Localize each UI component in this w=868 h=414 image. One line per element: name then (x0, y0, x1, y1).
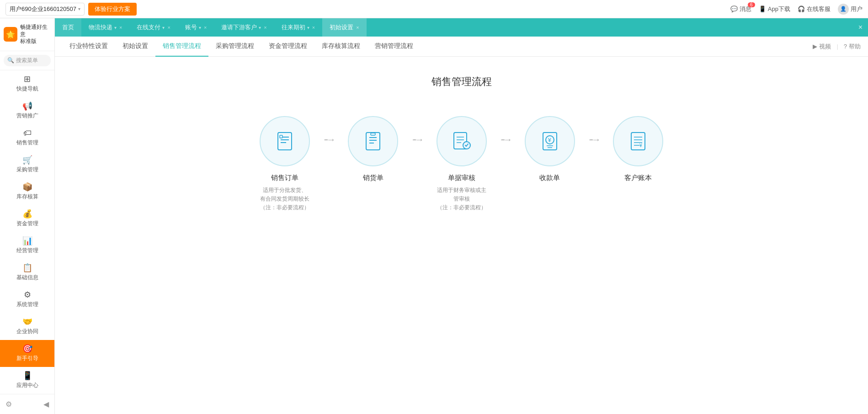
sub-tab-label: 采购管理流程 (216, 42, 254, 50)
flow-circle-receipt: ¥ (525, 116, 575, 166)
sub-tab-marketing-flow[interactable]: 营销管理流程 (367, 37, 421, 57)
settings-bottom-icon[interactable]: ⚙ (4, 398, 14, 410)
delivery-note-icon (362, 130, 384, 153)
nav-tab-beginning-period[interactable]: 往来期初 ▾ × (274, 18, 322, 37)
sidebar-item-quick-nav[interactable]: ⊞ 快捷导航 (0, 70, 54, 97)
chevron-down-icon: ▾ (78, 6, 80, 11)
nav-close-all-button[interactable]: × (853, 23, 868, 32)
online-service-label: 在线客服 (807, 5, 831, 13)
sidebar-item-sales[interactable]: 🏷 销售管理 (0, 124, 54, 151)
flow-step-sales-order[interactable]: 销售订单 适用于分批发货、有合同发货周期较长（注：非必要流程） (244, 116, 326, 212)
sub-tab-capital-flow[interactable]: 资金管理流程 (261, 37, 314, 57)
nav-tab-close-icon[interactable]: × (167, 25, 170, 30)
logo-text: 畅捷通好生意 标准版 (20, 24, 51, 45)
sidebar-item-label: 库存核算 (16, 193, 38, 201)
sales-order-icon (273, 130, 296, 153)
search-icon: 🔍 (7, 57, 14, 64)
flow-circle-document-audit (437, 116, 487, 166)
logo-line1: 畅捷通好生意 (20, 24, 51, 38)
purchase-icon: 🛒 (22, 156, 32, 164)
notifications-button[interactable]: 💬 消息 6 (730, 5, 751, 13)
nav-tab-home[interactable]: 首页 (55, 18, 81, 37)
app-download-label: App下载 (768, 5, 790, 13)
nav-tab-beginning-period-label: 往来期初 (282, 23, 305, 32)
nav-tab-close-icon[interactable]: × (312, 25, 315, 30)
user-selector[interactable]: 用户690企业1660120507 ▾ (5, 3, 85, 16)
sidebar-item-system[interactable]: ⚙ 系统管理 (0, 286, 54, 313)
sidebar-item-basic-info[interactable]: 📋 基础信息 (0, 259, 54, 286)
cooperation-icon: 🤝 (22, 318, 32, 326)
nav-tab-invite-customer-label: 邀请下游客户 (221, 23, 257, 32)
online-service-button[interactable]: 🎧 在线客服 (798, 5, 831, 13)
sidebar-item-label: 资金管理 (16, 220, 38, 228)
sidebar-search-button[interactable]: 🔍 搜索菜单 (4, 55, 51, 66)
notification-icon: 💬 (730, 5, 738, 12)
nav-tab-logistics-label: 物流快递 (89, 23, 112, 32)
nav-tab-initial-settings-label: 初始设置 (330, 23, 353, 32)
sidebar-search-area: 🔍 搜索菜单 (0, 51, 54, 70)
sidebar-item-app-center[interactable]: 📱 应用中心 (0, 367, 54, 394)
receipt-icon: ¥ (538, 130, 561, 153)
sidebar-item-operations[interactable]: 📊 经营管理 (0, 232, 54, 259)
video-help-button[interactable]: ▶ 视频 (813, 42, 831, 51)
sidebar-item-label: 系统管理 (16, 301, 38, 308)
trial-button[interactable]: 体验行业方案 (88, 3, 137, 16)
sidebar-item-new-guide[interactable]: 🎯 新手引导 (0, 340, 54, 367)
nav-tab-arrow: ▾ (114, 25, 117, 30)
sub-tab-industry-settings[interactable]: 行业特性设置 (62, 37, 115, 57)
nav-tab-account-label: 账号 (185, 23, 197, 32)
sidebar-item-purchase[interactable]: 🛒 采购管理 (0, 151, 54, 178)
sub-tab-initial-setup[interactable]: 初始设置 (115, 37, 155, 57)
divider: | (836, 43, 838, 50)
nav-tab-initial-settings[interactable]: 初始设置 × (322, 18, 366, 37)
flow-label-sales-order: 销售订单 (271, 174, 298, 182)
sidebar-item-finance[interactable]: 💰 资金管理 (0, 205, 54, 232)
sidebar-item-inventory[interactable]: 📦 库存核算 (0, 178, 54, 205)
nav-tab-arrow: ▾ (307, 25, 309, 30)
nav-tab-close-icon[interactable]: × (264, 25, 266, 30)
nav-tab-arrow: ▾ (162, 25, 165, 30)
sidebar-item-marketing[interactable]: 📢 营销推广 (0, 97, 54, 124)
nav-tab-close-icon[interactable]: × (356, 25, 359, 30)
header-left: 用户690企业1660120507 ▾ 体验行业方案 (5, 3, 137, 16)
sidebar-logo: 🌟 畅捷通好生意 标准版 (0, 18, 54, 51)
sidebar-item-label: 应用中心 (16, 382, 38, 389)
flow-circle-customer-ledger: ¥ (613, 116, 663, 166)
sub-tab-label: 行业特性设置 (69, 42, 108, 50)
nav-tab-invite-customer[interactable]: 邀请下游客户 ▾ × (214, 18, 274, 37)
flow-desc-sales-order: 适用于分批发货、有合同发货周期较长（注：非必要流程） (260, 186, 309, 212)
app-download-icon: 📱 (759, 5, 766, 12)
header-right: 💬 消息 6 📱 App下载 🎧 在线客服 👤 用户 (730, 4, 863, 15)
page-title: 销售管理流程 (64, 75, 859, 89)
nav-tab-online-payment[interactable]: 在线支付 ▾ × (129, 18, 177, 37)
sub-tab-label: 销售管理流程 (163, 42, 201, 50)
logo-icon: 🌟 (4, 27, 17, 42)
nav-tab-close-icon[interactable]: × (204, 25, 207, 30)
flow-circle-delivery-note (348, 116, 398, 166)
sub-tab-purchase-flow[interactable]: 采购管理流程 (208, 37, 261, 57)
flow-step-customer-ledger[interactable]: ¥ 客户账本 (597, 116, 679, 186)
sub-tab-inventory-flow[interactable]: 库存核算流程 (314, 37, 367, 57)
video-icon: ▶ (813, 43, 817, 50)
flow-step-document-audit[interactable]: 单据审核 适用于财务审核或主管审核（注：非必要流程） (421, 116, 503, 212)
svg-rect-4 (280, 135, 282, 138)
sidebar-item-cooperation[interactable]: 🤝 企业协同 (0, 313, 54, 340)
svg-text:¥: ¥ (639, 143, 642, 148)
nav-tab-account[interactable]: 账号 ▾ × (178, 18, 214, 37)
nav-tab-logistics[interactable]: 物流快递 ▾ × (81, 18, 129, 37)
nav-tabs-bar: 首页 物流快递 ▾ × 在线支付 ▾ × 账号 ▾ × 邀请下游客户 ▾ × 往… (55, 18, 868, 37)
app-download-button[interactable]: 📱 App下载 (759, 5, 790, 13)
quick-nav-icon: ⊞ (24, 75, 31, 83)
nav-tab-close-icon[interactable]: × (119, 25, 122, 30)
svg-rect-9 (371, 133, 375, 135)
sub-tab-sales-flow[interactable]: 销售管理流程 (155, 37, 208, 57)
sidebar-item-label: 基础信息 (16, 274, 38, 281)
collapse-sidebar-button[interactable]: ◀ (42, 398, 51, 410)
user-profile-button[interactable]: 👤 用户 (838, 4, 863, 15)
help-button[interactable]: ? 帮助 (844, 42, 861, 51)
marketing-icon: 📢 (22, 102, 32, 110)
sidebar-nav: ⊞ 快捷导航 📢 营销推广 🏷 销售管理 🛒 采购管理 📦 库存核算 💰 资金管… (0, 70, 54, 394)
flow-step-delivery-note[interactable]: 销货单 (332, 116, 414, 186)
flow-step-receipt[interactable]: ¥ 收款单 (509, 116, 591, 186)
system-icon: ⚙ (24, 291, 31, 299)
